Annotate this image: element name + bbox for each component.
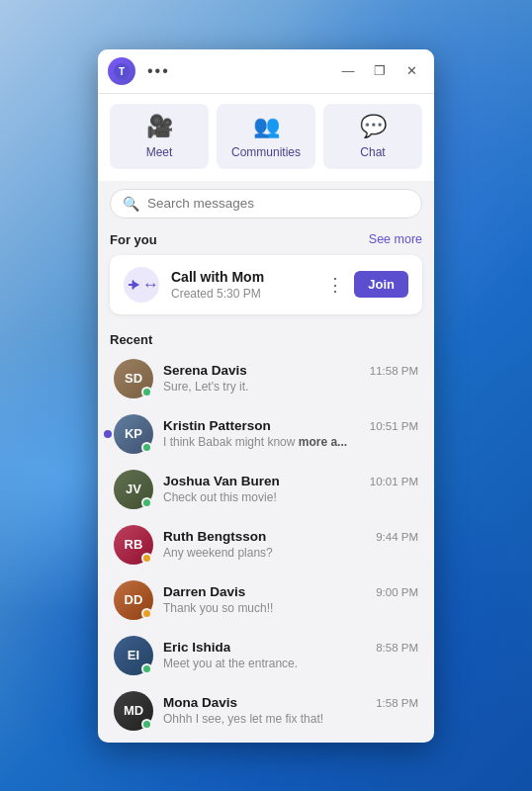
app-window: T ••• — ❐ ✕ 🎥 Meet 👥 Communities 💬 Chat … [98, 49, 434, 743]
chat-time: 10:01 PM [370, 476, 418, 487]
avatar: MD [114, 691, 153, 731]
chat-name: Joshua Van Buren [163, 474, 280, 488]
for-you-header: For you See more [110, 232, 422, 247]
chat-label: Chat [360, 145, 385, 159]
chat-top-row: Darren Davis9:00 PM [163, 584, 418, 599]
chat-name: Darren Davis [163, 584, 245, 599]
search-bar: 🔍 [110, 189, 422, 219]
for-you-label: For you [110, 232, 157, 247]
avatar: DD [114, 580, 153, 620]
chat-item[interactable]: SDSerena Davis11:58 PMSure, Let's try it… [110, 351, 422, 406]
avatar: JV [114, 470, 153, 509]
chat-button[interactable]: 💬 Chat [323, 104, 422, 169]
chat-name: Kristin Patterson [163, 418, 271, 433]
chat-preview: Check out this movie! [163, 490, 418, 504]
avatar: RB [114, 525, 153, 565]
chat-time: 9:00 PM [376, 586, 418, 598]
join-button[interactable]: Join [354, 271, 408, 298]
communities-icon: 👥 [253, 114, 280, 139]
chat-top-row: Kristin Patterson10:51 PM [163, 418, 418, 433]
chat-name: Ruth Bengtsson [163, 529, 266, 544]
avatar: EI [114, 636, 153, 675]
call-card-title: Call with Mom [171, 269, 312, 285]
status-dot [141, 497, 152, 508]
chat-content: Mona Davis1:58 PMOhhh I see, yes let me … [163, 695, 418, 726]
chat-preview: Any weekend plans? [163, 546, 418, 560]
status-dot [141, 608, 152, 619]
chat-time: 11:58 PM [370, 365, 418, 377]
minimize-button[interactable]: — [335, 61, 361, 81]
status-dot [141, 387, 152, 397]
chat-time: 1:58 PM [376, 697, 418, 709]
chat-name: Eric Ishida [163, 640, 230, 655]
recent-label: Recent [110, 332, 422, 347]
status-dot [141, 719, 152, 730]
chat-content: Serena Davis11:58 PMSure, Let's try it. [163, 363, 418, 394]
chat-item[interactable]: EIEric Ishida8:58 PMMeet you at the entr… [110, 628, 422, 683]
chat-icon: 💬 [360, 114, 387, 139]
chat-preview: Ohhh I see, yes let me fix that! [163, 712, 418, 726]
search-icon: 🔍 [123, 196, 139, 212]
app-avatar: T [108, 57, 135, 85]
title-bar-controls: — ❐ ✕ [335, 61, 424, 81]
chat-top-row: Serena Davis11:58 PM [163, 363, 418, 378]
chat-preview: I think Babak might know more a... [163, 435, 418, 449]
chat-item[interactable]: KPKristin Patterson10:51 PMI think Babak… [110, 406, 422, 462]
chat-item[interactable]: JVJoshua Van Buren10:01 PMCheck out this… [110, 462, 422, 517]
avatar: SD [114, 359, 153, 398]
chat-name: Serena Davis [163, 363, 247, 378]
chat-time: 10:51 PM [370, 420, 418, 432]
chat-top-row: Mona Davis1:58 PM [163, 695, 418, 710]
close-button[interactable]: ✕ [399, 61, 424, 81]
communities-label: Communities [231, 145, 301, 159]
chat-content: Ruth Bengtsson9:44 PMAny weekend plans? [163, 529, 418, 560]
title-bar: T ••• — ❐ ✕ [98, 49, 434, 94]
meet-icon: 🎥 [146, 114, 173, 139]
title-bar-left: T ••• [108, 57, 174, 85]
avatar: KP [114, 414, 153, 454]
svg-text:T: T [119, 66, 125, 77]
chat-time: 8:58 PM [376, 642, 418, 654]
search-input[interactable] [147, 196, 409, 211]
chat-top-row: Joshua Van Buren10:01 PM [163, 474, 418, 488]
chat-name: Mona Davis [163, 695, 237, 710]
status-dot [141, 553, 152, 564]
nav-section: 🎥 Meet 👥 Communities 💬 Chat [98, 94, 434, 181]
chat-content: Joshua Van Buren10:01 PMCheck out this m… [163, 474, 418, 504]
call-icon: ↔ [124, 267, 159, 303]
call-more-button[interactable]: ⋮ [324, 272, 346, 298]
chat-content: Darren Davis9:00 PMThank you so much!! [163, 584, 418, 615]
chat-item[interactable]: MDMona Davis1:58 PMOhhh I see, yes let m… [110, 683, 422, 739]
maximize-button[interactable]: ❐ [367, 61, 393, 81]
chat-preview: Sure, Let's try it. [163, 380, 418, 394]
chat-content: Eric Ishida8:58 PMMeet you at the entran… [163, 640, 418, 670]
chat-item[interactable]: DDDarren Davis9:00 PMThank you so much!! [110, 572, 422, 628]
chat-item[interactable]: RBRuth Bengtsson9:44 PMAny weekend plans… [110, 517, 422, 572]
meet-label: Meet [146, 145, 173, 159]
chat-preview: Thank you so much!! [163, 601, 418, 615]
call-card-subtitle: Created 5:30 PM [171, 287, 312, 301]
status-dot [141, 442, 152, 453]
communities-button[interactable]: 👥 Communities [217, 104, 315, 169]
for-you-section: For you See more ↔ Call with Mom Created… [98, 224, 434, 322]
see-more-link[interactable]: See more [369, 232, 422, 246]
meet-button[interactable]: 🎥 Meet [110, 104, 209, 169]
chat-list: SDSerena Davis11:58 PMSure, Let's try it… [110, 351, 422, 739]
status-dot [141, 663, 152, 674]
chat-top-row: Ruth Bengtsson9:44 PM [163, 529, 418, 544]
chat-top-row: Eric Ishida8:58 PM [163, 640, 418, 655]
call-card-actions: ⋮ Join [324, 271, 408, 298]
call-card: ↔ Call with Mom Created 5:30 PM ⋮ Join [110, 255, 422, 314]
call-card-info: Call with Mom Created 5:30 PM [171, 269, 312, 301]
chat-preview: Meet you at the entrance. [163, 657, 418, 670]
dots-menu[interactable]: ••• [143, 60, 174, 82]
chat-content: Kristin Patterson10:51 PMI think Babak m… [163, 418, 418, 449]
chat-time: 9:44 PM [376, 531, 418, 543]
recent-section: Recent SDSerena Davis11:58 PMSure, Let's… [98, 322, 434, 743]
unread-indicator [104, 430, 112, 438]
